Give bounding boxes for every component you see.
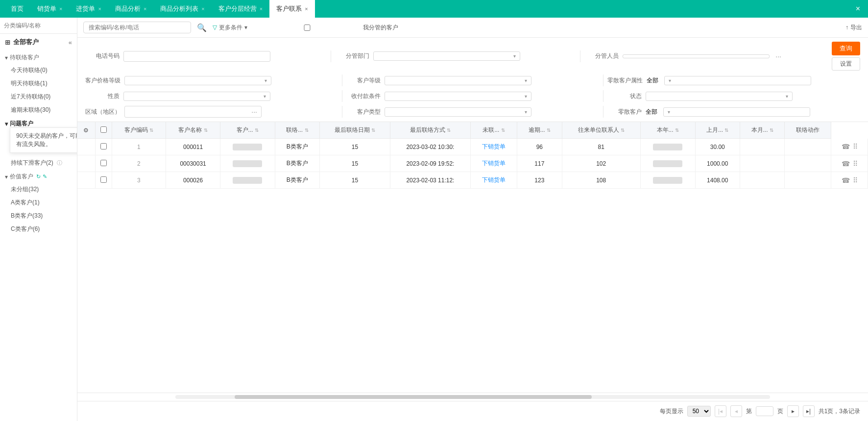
sidebar-item-overdue[interactable]: 逾期未联络(30) [0,103,77,117]
cell-last-method-0[interactable]: 下销货单 [471,139,517,155]
more-icon-1[interactable]: ⠿ [853,160,858,168]
col-name[interactable]: 客户名称 ⇅ [166,122,220,139]
col-last-date[interactable]: 最后联络日期 ⇅ [320,122,390,139]
section-value-customers[interactable]: ▾ 价值客户 ↻ ✎ [0,170,77,183]
filter-scatter-customer-select[interactable]: ▾ [663,107,810,117]
horizontal-scrollbar[interactable] [175,395,770,399]
nav-customer-contact[interactable]: 客户联系 × [269,0,314,18]
cell-contact-2: 15 [320,172,390,189]
filter-nature-select[interactable]: ▾ [123,92,270,101]
prev-page-button[interactable]: ◂ [730,405,742,417]
status-down-arrow: ▾ [786,94,788,99]
close-window-button[interactable]: × [852,4,864,13]
filter-payment-select[interactable]: ▾ [385,92,531,101]
contact-icon-1[interactable]: ☎ [842,160,850,168]
collapse-icon: « [69,39,72,46]
filter-scatter-attr: 零散客户属性 全部 ▾ [607,76,860,85]
sidebar-search-input[interactable] [4,22,77,29]
contact-icon-0[interactable]: ☎ [842,143,850,150]
more-icon-2[interactable]: ⠿ [853,176,858,184]
sidebar-item-b-class[interactable]: B类客户(33) [0,209,77,223]
next-page-button[interactable]: ▸ [787,405,799,417]
sidebar-item-c-class[interactable]: C类客户(6) [0,223,77,236]
last-page-button[interactable]: ▸| [803,405,815,417]
select-all-checkbox[interactable] [100,126,107,133]
row-checkbox-1[interactable] [100,160,107,166]
nav-customer-contact-close[interactable]: × [305,6,308,12]
row-checkbox-0[interactable] [100,143,107,149]
filter-row-1: 电话号码 分管部门 ▾ 分管人员 ··· [85,42,860,71]
more-conditions-button[interactable]: ▽ 更多条件 ▾ [213,24,247,32]
cell-checkbox-0 [95,139,112,155]
cell-last-method-1[interactable]: 下销货单 [471,155,517,172]
nav-goods-analysis-list-close[interactable]: × [201,6,204,12]
section-value-arrow: ▾ [5,173,8,180]
col-overdue[interactable]: 逾期... ⇅ [517,122,562,139]
sidebar-item-today[interactable]: 今天待联络(0) [0,64,77,77]
sidebar-item-a-class[interactable]: A类客户(1) [0,196,77,209]
per-page-select[interactable]: 50 [687,406,711,417]
my-customers-checkbox[interactable] [253,25,361,31]
section-pending-contact[interactable]: ▾ 待联络客户 [0,50,77,64]
more-icon-0[interactable]: ⠿ [853,143,858,150]
sidebar-item-tomorrow[interactable]: 明天待联络(1) [0,77,77,90]
contact-icon-2[interactable]: ☎ [842,176,850,184]
filter-price-grade-select[interactable]: ▾ [124,76,271,85]
cell-contact-1: 15 [320,155,390,172]
nav-purchase[interactable]: 进货单 × [69,0,108,18]
col-type[interactable]: 客户... ⇅ [220,122,275,139]
nav-customer-tier[interactable]: 客户分层经营 × [212,0,269,18]
value-edit-icon[interactable]: ✎ [43,173,47,180]
page-number-input[interactable]: 1 [756,406,773,416]
nav-customer-contact-label: 客户联系 [276,4,302,13]
filter-person-select[interactable] [623,54,770,58]
first-page-button[interactable]: |◂ [715,405,726,417]
col-this-year[interactable]: 本年... ⇅ [640,122,695,139]
nav-home[interactable]: 首页 [4,0,30,18]
region-dots[interactable]: ··· [251,108,257,116]
nav-goods-analysis-list[interactable]: 商品分析列表 × [153,0,211,18]
top-navigation: 首页 销货单 × 进货单 × 商品分析 × 商品分析列表 × 客户分层经营 × … [0,0,868,18]
filter-status-select[interactable]: ▾ [646,92,793,101]
filter-scatter-attr-select[interactable]: ▾ [664,76,811,85]
my-customers-checkbox-wrap[interactable]: 我分管的客户 [253,24,398,32]
sidebar-item-7days[interactable]: 近7天待联络(0) [0,90,77,103]
row-checkbox-2[interactable] [100,176,107,183]
query-button[interactable]: 查询 [832,42,860,55]
export-button[interactable]: ↑ 导出 [845,24,862,32]
col-last-month[interactable]: 上月... ⇅ [695,122,740,139]
value-refresh-icon[interactable]: ↻ [36,173,41,180]
search-input[interactable] [83,22,191,33]
col-code[interactable]: 客户编码 ⇅ [112,122,166,139]
col-settings[interactable]: ⚙ [77,122,95,139]
col-uncontacted[interactable]: 未联... ⇅ [471,122,517,139]
filter-customer-type-select[interactable]: ▾ [385,107,531,117]
col-this-month[interactable]: 本月... ⇅ [740,122,784,139]
scrollbar-thumb[interactable] [235,395,591,399]
sidebar-all-customers[interactable]: ⊞ 全部客户 « [0,34,77,50]
filter-customer-grade-select[interactable]: ▾ [385,76,531,85]
cell-last-date-1: 2023-02-09 19:52: [390,155,470,172]
filter-dept-select[interactable]: ▾ [373,51,520,61]
nav-purchase-close[interactable]: × [98,6,101,12]
filter-person-dots[interactable]: ··· [775,52,781,60]
nav-sales[interactable]: 销货单 × [30,0,69,18]
cell-type-0: B类客户 [275,139,319,155]
cell-last-method-2[interactable]: 下销货单 [471,172,517,189]
sidebar-item-ungroup[interactable]: 未分组(32) [0,183,77,196]
filter-phone-input[interactable] [123,51,270,62]
search-button[interactable]: 🔍 [197,23,207,32]
setting-button[interactable]: 设置 [832,57,860,71]
col-contact[interactable]: 联络... ⇅ [275,122,319,139]
col-last-method[interactable]: 最后联络方式 ⇅ [390,122,470,139]
nav-goods-analysis[interactable]: 商品分析 × [108,0,153,18]
nav-goods-analysis-close[interactable]: × [144,6,146,12]
nav-sales-close[interactable]: × [59,6,62,12]
filter-region: 区域（地区） ··· [85,106,338,118]
col-contacts-person[interactable]: 往来单位联系人 ⇅ [562,122,640,139]
nav-customer-tier-close[interactable]: × [260,6,263,12]
sidebar-item-declining[interactable]: 持续下滑客户(2) ⓘ [0,156,77,170]
filter-region-input[interactable]: ··· [124,106,262,118]
cell-num-0: 1 [112,139,166,155]
main-layout: 🔍 ⊞ 全部客户 « ▾ 待联络客户 今天待联络(0) 明天待联络(1) 近7天… [0,18,868,421]
